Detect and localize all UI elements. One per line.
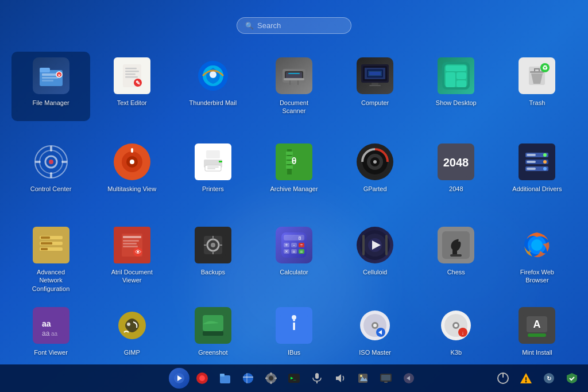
svg-point-46 (49, 160, 53, 164)
calculator-icon: 8 + - ÷ × = = (276, 227, 312, 263)
taskbar-settings[interactable] (261, 368, 281, 389)
svg-text:÷: ÷ (300, 242, 303, 248)
taskbar-right-items: ↻ (493, 368, 582, 389)
greenshot-label: Greenshot (198, 348, 227, 356)
svg-point-81 (543, 153, 547, 157)
svg-rect-9 (125, 71, 139, 72)
svg-rect-62 (219, 161, 222, 162)
svg-rect-171 (270, 382, 272, 384)
thunderbird-icon (195, 57, 231, 94)
app-ibus[interactable]: i IBus (254, 301, 333, 362)
svg-rect-182 (381, 375, 390, 381)
show-desktop-label: Show Desktop (436, 99, 477, 107)
trash-svg: ♻ (523, 62, 551, 90)
app-gparted[interactable]: GParted (336, 138, 415, 199)
taskbar-power[interactable] (493, 368, 513, 389)
svg-rect-158 (528, 333, 546, 337)
svg-rect-91 (41, 236, 50, 239)
svg-rect-37 (457, 80, 466, 87)
app-gimp[interactable]: GIMP (92, 301, 171, 362)
svg-rect-176 (315, 373, 319, 379)
app-celluloid[interactable]: Celluloid (336, 221, 415, 298)
chess-icon (438, 227, 474, 263)
gparted-icon (357, 143, 393, 180)
taskbar-terminal[interactable]: ▶_ (284, 368, 304, 389)
svg-point-165 (243, 373, 253, 383)
svg-rect-49 (35, 161, 41, 163)
app-archive-manager[interactable]: θ Archive Manager (254, 138, 333, 199)
taskbar-back[interactable] (399, 368, 419, 389)
control-center-svg (34, 145, 68, 179)
app-greenshot[interactable]: Greenshot (173, 301, 252, 362)
svg-rect-8 (125, 68, 137, 69)
svg-text:θ: θ (292, 156, 297, 166)
app-multitasking[interactable]: Multitasking View (92, 138, 171, 199)
app-firefox[interactable]: Firefox Web Browser (498, 221, 577, 298)
app-additional-drivers[interactable]: Additional Drivers (498, 138, 577, 199)
svg-point-152 (454, 324, 458, 327)
search-bar[interactable]: 🔍 (237, 17, 351, 34)
svg-point-82 (543, 160, 547, 164)
svg-point-147 (373, 324, 377, 327)
iso-master-svg (359, 309, 391, 341)
additional-drivers-label: Additional Drivers (512, 185, 562, 193)
app-2048[interactable]: 2048 2048 (417, 138, 496, 199)
taskbar-files[interactable] (215, 368, 235, 389)
mintinstall-icon: A (519, 307, 555, 344)
celluloid-icon (357, 227, 393, 263)
taskbar-volume[interactable] (330, 368, 350, 389)
app-calculator[interactable]: 8 + - ÷ × = = Calculator (254, 221, 333, 298)
app-printers[interactable]: Printers (173, 138, 252, 199)
firefox-svg (521, 229, 553, 261)
app-computer[interactable]: Computer (336, 52, 415, 121)
app-control-center[interactable]: Control Center (11, 138, 90, 199)
search-icon: 🔍 (245, 22, 254, 30)
additional-drivers-svg (521, 146, 553, 178)
app-k3b[interactable]: ↓ K3b (417, 301, 496, 362)
app-backups[interactable]: Backups (173, 221, 252, 298)
app-adv-network[interactable]: Advanced Network Configuration (11, 221, 90, 298)
thunderbird-svg (197, 60, 229, 92)
svg-rect-31 (369, 85, 381, 86)
svg-rect-3 (42, 77, 58, 79)
taskbar-screensaver[interactable] (376, 368, 396, 389)
printers-svg (198, 147, 228, 177)
menu-icon (173, 372, 185, 384)
backups-icon (195, 227, 231, 263)
svg-text:aa: aa (42, 329, 50, 337)
svg-rect-29 (369, 72, 381, 75)
svg-rect-21 (289, 80, 291, 85)
search-input[interactable] (257, 21, 338, 30)
apps-grid-row4: aa aa aa Font Viewer GIMP (0, 296, 588, 368)
taskbar-draw[interactable] (353, 368, 373, 389)
taskbar-shield[interactable] (562, 368, 582, 389)
archive-svg: θ (279, 147, 309, 177)
taskbar-mic[interactable] (307, 368, 327, 389)
app-mintinstall[interactable]: A Mint Install (498, 301, 577, 362)
app-atril[interactable]: 👁 Atril Document Viewer (92, 221, 171, 298)
taskbar-update[interactable]: ↻ (539, 368, 559, 389)
taskbar-record[interactable] (192, 368, 212, 389)
app-chess[interactable]: Chess (417, 221, 496, 298)
app-font-viewer[interactable]: aa aa aa Font Viewer (11, 301, 90, 362)
svg-text:↻: ↻ (547, 375, 551, 382)
app-iso-master[interactable]: ISO Master (336, 301, 415, 362)
greenshot-svg (198, 311, 228, 340)
power-icon (497, 372, 509, 385)
app-show-desktop[interactable]: Show Desktop (417, 52, 496, 121)
2048-svg: 2048 (440, 146, 472, 178)
taskbar-warning[interactable] (516, 368, 536, 389)
app-text-editor[interactable]: ✎ Text Editor (92, 52, 171, 121)
app-thunderbird[interactable]: Thunderbird Mail (173, 52, 252, 121)
k3b-label: K3b (450, 348, 462, 356)
taskbar-menu[interactable] (169, 368, 189, 389)
app-doc-scanner[interactable]: Document Scanner (254, 52, 333, 121)
taskbar-browser[interactable] (238, 368, 258, 389)
greenshot-icon (195, 307, 231, 344)
doc-scanner-icon (276, 57, 312, 94)
firefox-icon (519, 227, 555, 263)
svg-rect-189 (525, 377, 527, 381)
app-file-manager[interactable]: ✕ File Manager (11, 52, 90, 121)
app-trash[interactable]: ♻ Trash (498, 52, 577, 121)
svg-point-131 (531, 239, 543, 251)
